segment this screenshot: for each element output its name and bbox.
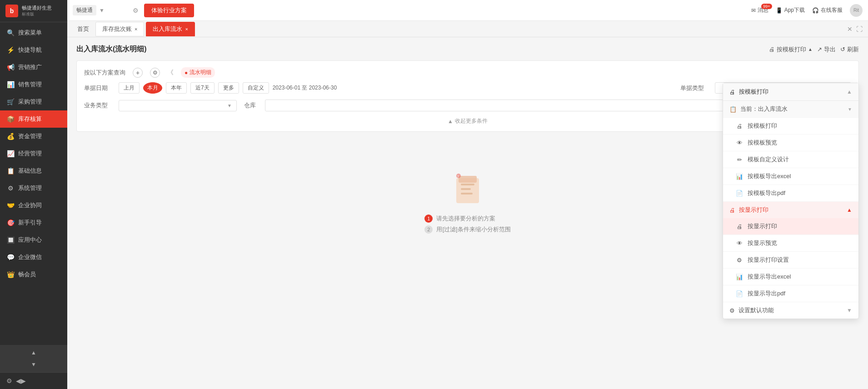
close-window-icon[interactable]: ✕ (847, 25, 853, 33)
export-button[interactable]: ↗ 导出 (817, 45, 836, 54)
tab-close-inout-flow[interactable]: × (185, 26, 188, 32)
dropdown-collapse-icon[interactable]: ▲ (847, 89, 852, 95)
dropdown-item-template-pdf[interactable]: 📄 按模板导出pdf (723, 185, 858, 202)
tab-inout-flow[interactable]: 出入库流水 × (146, 22, 195, 36)
service-button[interactable]: 🎧 在线客服 (812, 6, 843, 14)
sidebar-label-app-center: 应用中心 (18, 236, 42, 244)
page-content: 出入库流水(流水明细) 🖨 按模板打印 ▲ ↗ 导出 ↺ 刷新 (67, 37, 868, 389)
dropdown-item-display-settings[interactable]: ⚙ 按显示打印设置 (723, 252, 858, 269)
sidebar-item-app-center[interactable]: 🔲 应用中心 (0, 231, 67, 249)
dropdown-display-items: 🖨 按显示打印 👁 按显示预览 ⚙ 按显示打印设置 📊 按显示导出excel 📄… (723, 218, 858, 302)
sidebar-bottom: ⚙ ◀▶ (0, 372, 67, 389)
app-download-button[interactable]: 📱 App下载 (776, 6, 805, 14)
dropdown-item-template-custom[interactable]: ✏ 模板自定义设计 (723, 151, 858, 168)
sidebar-label-enterprise: 企业协同 (18, 201, 42, 209)
sales-icon: 📊 (6, 80, 15, 89)
sidebar-item-finance[interactable]: 💰 资金管理 (0, 128, 67, 145)
biz-type-select[interactable]: ▼ (119, 100, 237, 111)
avatar[interactable]: Rit (850, 4, 863, 17)
filter-query-label: 按以下方案查询 (84, 69, 125, 77)
filter-collapse-icon[interactable]: 《 (167, 69, 174, 77)
sidebar-label-search-menu: 搜索菜单 (18, 29, 42, 37)
message-button[interactable]: ✉ 消息 99+ (751, 6, 768, 14)
settings-icon[interactable]: ⚙ (6, 377, 12, 384)
sidebar-item-sales[interactable]: 📊 销售管理 (0, 76, 67, 93)
footer-arrow-icon: ▼ (847, 307, 852, 314)
date-custom-btn[interactable]: 自定义 (243, 82, 269, 94)
svg-rect-1 (459, 176, 477, 183)
sidebar-item-quick-nav[interactable]: ⚡ 快捷导航 (0, 41, 67, 59)
sidebar-item-marketing[interactable]: 📢 营销推广 (0, 59, 67, 76)
sidebar-item-basic-info[interactable]: 📋 基础信息 (0, 162, 67, 180)
tab-home[interactable]: 首页 (73, 22, 94, 36)
logo-text: 畅捷通好生意 标准版 (22, 5, 52, 17)
export-icon: ↗ (817, 46, 822, 53)
collapse-button[interactable]: ▲ 收起更多条件 (448, 117, 488, 125)
empty-step-1: 1 请先选择要分析的方案 (424, 214, 510, 223)
sidebar-nav: 🔍 搜索菜单 ⚡ 快捷导航 📢 营销推广 📊 销售管理 🛒 采购管理 📦 库存核… (0, 22, 67, 345)
trial-button[interactable]: 体验行业方案 (144, 4, 194, 17)
date-last-month-btn[interactable]: 上月 (119, 82, 140, 94)
date-label: 单据日期 (84, 84, 111, 92)
sidebar-item-guide[interactable]: 🎯 新手引导 (0, 214, 67, 231)
date-filter-section: 上月 本月 本年 近7天 更多 自定义 2023-06-01 至 2023-06… (119, 82, 673, 94)
sidebar-item-operation[interactable]: 📈 经营管理 (0, 145, 67, 162)
guide-icon: 🎯 (6, 219, 15, 227)
scroll-down-icon[interactable]: ▼ (31, 359, 36, 370)
tab-inventory-batch[interactable]: 库存批次账 × (95, 22, 144, 36)
topbar-gear-icon[interactable]: ⚙ (131, 5, 140, 16)
dropdown-item-display-pdf[interactable]: 📄 按显示导出pdf (723, 285, 858, 302)
scroll-up-icon[interactable]: ▲ (31, 347, 36, 359)
display-section-arrow-icon: ▲ (847, 207, 852, 213)
sidebar-label-quick-nav: 快捷导航 (18, 46, 42, 54)
sidebar-logo: b 畅捷通好生意 标准版 (0, 0, 67, 22)
main-area: 畅捷通 ▼ ⚙ 体验行业方案 ✉ 消息 99+ 📱 App下载 🎧 在线客服 R… (67, 0, 868, 389)
tab-close-inventory-batch[interactable]: × (135, 26, 137, 32)
dropdown-template-items: 🖨 按模板打印 👁 按模板预览 ✏ 模板自定义设计 📊 按模板导出excel 📄… (723, 118, 858, 202)
dropdown-item-display-print[interactable]: 🖨 按显示打印 (723, 218, 858, 235)
dropdown-item-template-preview[interactable]: 👁 按模板预览 (723, 135, 858, 151)
expand-window-icon[interactable]: ⛶ (856, 25, 863, 33)
empty-illustration: ? (445, 165, 490, 210)
sidebar-label-inventory: 库存核算 (18, 115, 42, 123)
date-this-year-btn[interactable]: 本年 (166, 82, 187, 94)
current-template-arrow-icon: ▼ (848, 107, 852, 112)
sidebar-item-enterprise[interactable]: 🤝 企业协同 (0, 197, 67, 214)
date-this-month-btn[interactable]: 本月 (143, 82, 162, 94)
sidebar-item-purchase[interactable]: 🛒 采购管理 (0, 93, 67, 110)
filter-add-button[interactable]: + (133, 68, 143, 78)
dropdown-item-display-excel[interactable]: 📊 按显示导出excel (723, 269, 858, 285)
dropdown-item-template-print[interactable]: 🖨 按模板打印 (723, 118, 858, 135)
sidebar-item-system[interactable]: ⚙ 系统管理 (0, 180, 67, 197)
dropdown-footer[interactable]: ⚙ 设置默认功能 ▼ (723, 302, 858, 319)
sidebar-item-inventory[interactable]: 📦 库存核算 (0, 110, 67, 128)
warehouse-select[interactable]: ··· (265, 100, 785, 111)
template-custom-icon: ✏ (736, 156, 743, 163)
member-icon: 👑 (6, 270, 15, 279)
print-header-icon: 🖨 (729, 89, 735, 95)
date-more-btn[interactable]: 更多 (218, 82, 239, 94)
print-template-button[interactable]: 🖨 按模板打印 ▲ (769, 45, 813, 54)
headset-icon: 🎧 (812, 7, 819, 14)
collapse-sidebar-icon[interactable]: ◀▶ (16, 377, 26, 384)
template-print-label: 按模板打印 (748, 122, 777, 130)
user-dropdown-icon[interactable]: ▼ (99, 7, 105, 14)
user-name: 畅捷通 (73, 5, 96, 15)
sidebar-item-wechat[interactable]: 💬 企业微信 (0, 249, 67, 266)
display-preview-label: 按显示预览 (748, 239, 777, 247)
sidebar: b 畅捷通好生意 标准版 🔍 搜索菜单 ⚡ 快捷导航 📢 营销推广 📊 销售管理… (0, 0, 67, 389)
current-template-item[interactable]: 📋 当前：出入库流水 ▼ (723, 101, 858, 118)
filter-tag: ● 流水明细 (181, 67, 215, 78)
dropdown-item-display-preview[interactable]: 👁 按显示预览 (723, 235, 858, 252)
message-icon: ✉ (751, 7, 756, 14)
dropdown-item-template-excel[interactable]: 📊 按模板导出excel (723, 168, 858, 185)
dropdown-display-section[interactable]: 🖨 按显示打印 ▲ (723, 202, 858, 218)
filter-settings-btn[interactable]: ⚙ (150, 68, 160, 78)
sidebar-item-member[interactable]: 👑 畅会员 (0, 266, 67, 283)
display-excel-icon: 📊 (736, 273, 743, 280)
sidebar-item-search-menu[interactable]: 🔍 搜索菜单 (0, 24, 67, 41)
date-7days-btn[interactable]: 近7天 (190, 82, 215, 94)
svg-text:?: ? (457, 175, 459, 178)
refresh-button[interactable]: ↺ 刷新 (840, 45, 859, 54)
svg-rect-4 (461, 193, 473, 194)
